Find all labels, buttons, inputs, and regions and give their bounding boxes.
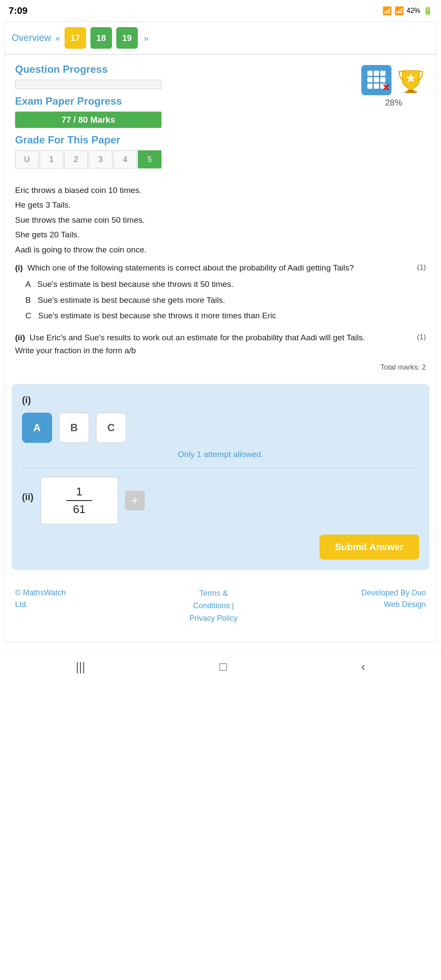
submit-button[interactable]: Submit Answer	[320, 535, 419, 560]
footer-terms[interactable]: Terms &Conditions |Privacy Policy	[189, 587, 238, 624]
part-ii-label: (ii)	[22, 492, 34, 503]
app-container: Overview « 17 18 19 » Question Progress …	[4, 22, 437, 642]
fraction-denominator[interactable]: 61	[66, 501, 92, 516]
grade-box-4[interactable]: 4	[113, 150, 137, 168]
nav-back-icon[interactable]: ‹	[361, 660, 365, 674]
question-intro-2: He gets 3 Tails.	[15, 199, 426, 212]
progress-header: Question Progress Exam Paper Progress 77…	[15, 63, 426, 168]
question-part-ii: (ii) Use Eric's and Sue's results to wor…	[15, 331, 426, 358]
percent-label: 28%	[385, 98, 402, 108]
svg-rect-0	[407, 90, 414, 91]
grade-label: Grade For This Paper	[15, 134, 361, 146]
question-part-i: (i) Which one of the following statement…	[15, 261, 426, 326]
calculator-icon[interactable]: ✕	[361, 65, 391, 95]
wifi-icon: 📶	[382, 6, 392, 16]
attempt-note: Only 1 attempt allowed.	[22, 450, 419, 459]
nav-chevron-left[interactable]: «	[56, 33, 60, 43]
answer-section: (i) A B C Only 1 attempt allowed. (ii) 1…	[12, 384, 429, 570]
part-ii-marks: (1)	[417, 331, 426, 343]
part-i-marks: (1)	[417, 261, 426, 273]
mc-btn-c[interactable]: C	[96, 413, 126, 443]
nav-bar: Overview « 17 18 19 »	[5, 22, 436, 55]
mc-buttons: A B C	[22, 413, 419, 443]
part-i-label: (i)	[22, 395, 419, 406]
calc-x-icon: ✕	[382, 82, 390, 93]
grade-box-3[interactable]: 3	[89, 150, 112, 168]
nav-tab-17[interactable]: 17	[65, 27, 86, 49]
mc-btn-a[interactable]: A	[22, 413, 52, 443]
trophy-icon	[396, 65, 426, 95]
signal-icon: 📶	[394, 6, 404, 16]
footer-developer: Developed By DuoWeb Design	[361, 587, 426, 610]
nav-home-icon[interactable]: □	[220, 660, 227, 674]
status-icons: 📶 📶 42% 🔋	[382, 6, 432, 16]
progress-section: Question Progress Exam Paper Progress 77…	[5, 55, 436, 177]
plus-button[interactable]: +	[125, 491, 145, 510]
option-b: B Sue's estimate is best because she get…	[25, 294, 410, 307]
nav-menu-icon[interactable]: |||	[76, 660, 85, 674]
battery-indicator: 42%	[407, 7, 420, 15]
svg-rect-1	[405, 91, 417, 93]
submit-row: Submit Answer	[22, 535, 419, 560]
status-bar: 7:09 📶 📶 42% 🔋	[0, 0, 441, 22]
grade-box-u[interactable]: U	[15, 150, 39, 168]
question-progress-label: Question Progress	[15, 63, 361, 75]
part-ii-row: (ii) 1 61 +	[22, 477, 419, 524]
question-part-ii-text: (ii) Use Eric's and Sue's results to wor…	[15, 331, 410, 358]
total-marks: Total marks: 2	[15, 361, 426, 373]
question-intro-3: Sue throws the same coin 50 times.	[15, 214, 426, 227]
icon-row: ✕	[361, 65, 426, 95]
nav-overview-link[interactable]: Overview	[12, 32, 51, 44]
option-list: A Sue's estimate is best because she thr…	[25, 278, 410, 322]
exam-progress-bar: 77 / 80 Marks	[15, 112, 161, 128]
question-intro-4: She gets 20 Tails.	[15, 228, 426, 241]
mc-btn-b[interactable]: B	[59, 413, 89, 443]
grade-box-2[interactable]: 2	[64, 150, 88, 168]
bottom-nav: ||| □ ‹	[0, 651, 441, 682]
battery-icon: 🔋	[423, 6, 432, 16]
fraction-numerator[interactable]: 1	[66, 485, 92, 501]
nav-tab-18[interactable]: 18	[90, 27, 112, 49]
option-a: A Sue's estimate is best because she thr…	[25, 278, 410, 291]
grade-boxes: U 1 2 3 4 5	[15, 150, 361, 168]
icons-area: ✕ 28%	[361, 63, 426, 108]
grade-box-5[interactable]: 5	[138, 150, 161, 168]
nav-tab-19[interactable]: 19	[116, 27, 138, 49]
grade-box-1[interactable]: 1	[40, 150, 63, 168]
footer-copyright: © MathsWatchLtd.	[15, 587, 66, 610]
progress-left: Question Progress Exam Paper Progress 77…	[15, 63, 361, 168]
question-part-i-text: (i) Which one of the following statement…	[15, 261, 410, 326]
question-intro-1: Eric throws a biased coin 10 times.	[15, 184, 426, 197]
footer: © MathsWatchLtd. Terms &Conditions |Priv…	[5, 574, 436, 641]
status-time: 7:09	[9, 5, 28, 16]
answer-part-ii: (ii) 1 61 +	[22, 477, 419, 524]
fraction-input[interactable]: 1 61	[40, 477, 118, 524]
question-progress-bar	[15, 80, 161, 89]
nav-chevron-right[interactable]: »	[144, 33, 149, 43]
question-content: Eric throws a biased coin 10 times. He g…	[5, 177, 436, 380]
question-intro-5: Aadi is going to throw the coin once.	[15, 243, 426, 256]
answer-part-i: (i) A B C Only 1 attempt allowed.	[22, 395, 419, 459]
exam-progress-label: Exam Paper Progress	[15, 95, 361, 107]
option-c: C Sue's estimate is best because she thr…	[25, 309, 410, 322]
divider	[22, 468, 419, 468]
